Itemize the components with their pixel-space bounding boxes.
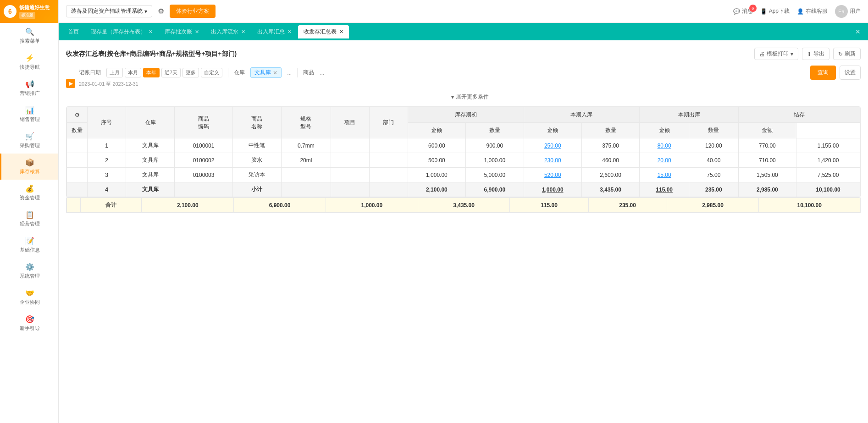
settings-icon[interactable]: ⚙ (158, 7, 164, 16)
tab-bar-close[interactable]: ✕ (851, 26, 864, 37)
tab-label-home: 首页 (68, 28, 79, 36)
row-opening-amt-3: 6,900.00 (466, 182, 524, 197)
warehouse-tag: 文具库 ✕ (250, 67, 282, 78)
row-project-1 (331, 153, 369, 168)
filter-toggle[interactable]: ▶ (66, 79, 75, 88)
sidebar-item-inventory[interactable]: 📦 库存核算 (0, 154, 58, 180)
row-warehouse-3: 文具库 (126, 182, 174, 197)
message-badge: 6 (749, 5, 757, 12)
row-in-qty-3: 1,000.00 (524, 182, 581, 197)
row-code-2: 0100003 (175, 168, 232, 182)
tab-batch[interactable]: 库存批次账✕ (159, 25, 205, 38)
goods-more[interactable]: ... (320, 70, 324, 76)
row-in-qty-2[interactable]: 520.00 (524, 168, 581, 182)
row-out-qty-2[interactable]: 15.00 (640, 168, 689, 182)
online-service-action[interactable]: 👤 在线客服 (797, 7, 828, 15)
sidebar-item-operation[interactable]: 📋 经营管理 (0, 206, 58, 232)
sidebar-icon-operation: 📋 (25, 210, 34, 219)
col-settings[interactable]: ⚙ (67, 107, 88, 123)
sidebar-item-basic[interactable]: 📝 基础信息 (0, 232, 58, 258)
date-btn-更多[interactable]: 更多 (182, 68, 199, 77)
export-button[interactable]: ⬆ 导出 (802, 48, 829, 60)
row-in-amt-3: 3,435.00 (581, 182, 639, 197)
row-out-qty-0[interactable]: 80.00 (640, 138, 689, 153)
tab-close-inout-summary[interactable]: ✕ (287, 29, 292, 35)
total-row: 合计 2,100.00 6,900.00 1,000.00 3,435.00 1… (67, 198, 860, 213)
app-download-action[interactable]: 📱 App下载 (760, 7, 790, 15)
message-icon: 💬 (733, 8, 740, 15)
logo-text: 畅捷通好生意 标准版 (19, 4, 50, 19)
tab-close-batch[interactable]: ✕ (195, 29, 199, 35)
settings-button[interactable]: 设置 (840, 66, 861, 80)
tab-close-recv-send-summary[interactable]: ✕ (339, 29, 343, 35)
message-action[interactable]: 💬 消息 6 (733, 7, 753, 15)
print-button[interactable]: 🖨 模板打印 ▾ (754, 48, 798, 60)
sidebar-item-quick[interactable]: ⚡ 快捷导航 (0, 49, 58, 75)
row-no-3: 4 (88, 182, 126, 197)
sidebar-label-guide: 新手引导 (20, 325, 40, 332)
experience-button[interactable]: 体验行业方案 (170, 5, 216, 18)
col-name: 商品名称 (232, 107, 281, 138)
tab-label-recv-send-summary: 收发存汇总表 (304, 28, 337, 36)
user-action[interactable]: Ea 用户 (835, 5, 861, 18)
sidebar-item-finance[interactable]: 💰 资金管理 (0, 180, 58, 206)
row-settings-1 (67, 153, 88, 168)
sidebar-item-enterprise[interactable]: 🤝 企业协同 (0, 284, 58, 310)
expand-filter[interactable]: ▾ 展开更多条件 (451, 93, 489, 101)
sidebar-item-marketing[interactable]: 📢 营销推广 (0, 75, 58, 101)
tab-stock-dist[interactable]: 现存量（库存分布表）✕ (85, 25, 158, 38)
table-row: 2 文具库 0100002 胶水 20ml 500.00 1,000.00 23… (67, 153, 860, 168)
table-row: 3 文具库 0100003 采访本 1,000.00 5,000.00 520.… (67, 168, 860, 182)
col-in-qty: 数量 (466, 123, 524, 138)
row-in-qty-1[interactable]: 230.00 (524, 153, 581, 168)
sidebar-item-sales[interactable]: 📊 销售管理 (0, 101, 58, 127)
refresh-button[interactable]: ↻ 刷新 (833, 48, 861, 60)
avatar: Ea (835, 5, 848, 18)
date-btn-自定义[interactable]: 自定义 (201, 68, 222, 77)
page-title: 收发存汇总表(按仓库+商品编码+商品+规格型号+项目+部门) (66, 50, 237, 58)
tab-label-stock-dist: 现存量（库存分布表） (91, 28, 146, 36)
row-out-qty-1[interactable]: 20.00 (640, 153, 689, 168)
sidebar-item-guide[interactable]: 🎯 新手引导 (0, 310, 58, 336)
date-btn-本月[interactable]: 本月 (125, 68, 141, 77)
row-dept-0 (369, 138, 408, 153)
col-out-amt: 金额 (640, 123, 689, 138)
expand-icon: ▾ (451, 94, 454, 100)
warehouse-more[interactable]: ... (287, 70, 292, 76)
tab-close-stock-dist[interactable]: ✕ (149, 29, 153, 35)
total-table: 合计 2,100.00 6,900.00 1,000.00 3,435.00 1… (66, 198, 860, 213)
sidebar-item-system[interactable]: ⚙️ 系统管理 (0, 258, 58, 284)
tab-recv-send-summary[interactable]: 收发存汇总表✕ (298, 25, 349, 38)
tab-close-inout-flow[interactable]: ✕ (241, 29, 245, 35)
date-btn-上月[interactable]: 上月 (106, 68, 123, 77)
row-opening-qty-0: 600.00 (408, 138, 465, 153)
system-select[interactable]: 装备及固定资产辅助管理系统 ▾ (66, 5, 152, 17)
col-in-amt: 金额 (524, 123, 581, 138)
date-btn-本年[interactable]: 本年 (143, 68, 160, 77)
warehouse-tag-close[interactable]: ✕ (273, 70, 277, 76)
total-balance-amt: 10,100.00 (759, 198, 860, 213)
refresh-icon: ↻ (838, 51, 843, 57)
total-opening-qty: 2,100.00 (142, 198, 234, 213)
tab-label-inout-flow: 出入库流水 (211, 28, 238, 36)
col-dept: 部门 (369, 107, 408, 138)
row-no-2: 3 (88, 168, 126, 182)
col-code: 商品编码 (175, 107, 232, 138)
sidebar-item-purchase[interactable]: 🛒 采购管理 (0, 127, 58, 154)
sidebar-item-search[interactable]: 🔍 搜索菜单 (0, 23, 58, 49)
sidebar-nav: 🔍 搜索菜单 ⚡ 快捷导航 📢 营销推广 📊 销售管理 🛒 采购管理 📦 库存核… (0, 23, 58, 423)
tab-inout-summary[interactable]: 出入库汇总✕ (252, 25, 297, 38)
row-in-qty-0[interactable]: 250.00 (524, 138, 581, 153)
page: 收发存汇总表(按仓库+商品编码+商品+规格型号+项目+部门) 🖨 模板打印 ▾ … (59, 40, 868, 423)
tab-inout-flow[interactable]: 出入库流水✕ (205, 25, 251, 38)
col-group-in: 本期入库 (524, 107, 640, 123)
query-button[interactable]: 查询 (810, 66, 836, 80)
date-btn-近7天[interactable]: 近7天 (161, 68, 181, 77)
tab-home[interactable]: 首页 (62, 25, 84, 38)
sidebar-icon-enterprise: 🤝 (25, 289, 34, 297)
row-settings-2 (67, 168, 88, 182)
online-service-label: 在线客服 (806, 7, 828, 15)
row-in-amt-0: 375.00 (581, 138, 639, 153)
row-project-3 (331, 182, 369, 197)
app-download-label: App下载 (769, 7, 790, 15)
